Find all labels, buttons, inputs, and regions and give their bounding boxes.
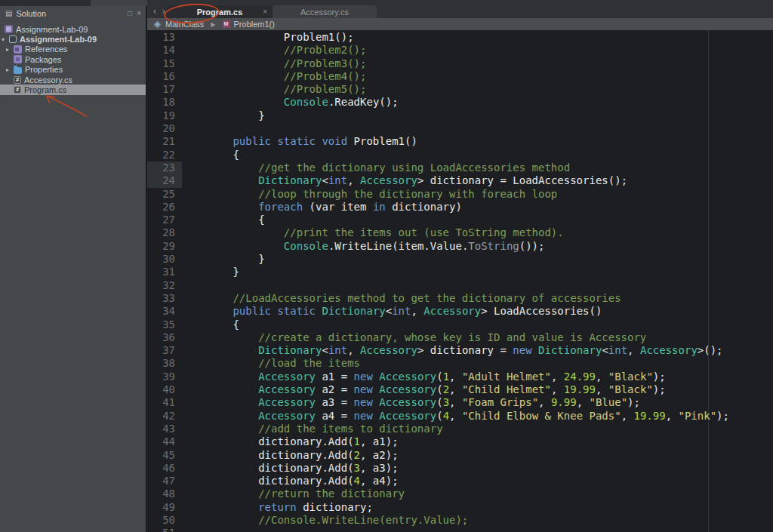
line-number[interactable]: 18 [147,96,182,109]
code-line[interactable]: 13 Problem1(); [147,31,773,44]
code-line[interactable]: 30 } [147,253,773,266]
tree-item-assignment-lab-09[interactable]: Assignment-Lab-09 [0,24,146,34]
code-line[interactable]: 22 { [147,149,773,161]
nav-back-button[interactable]: ‹ [150,6,159,17]
line-number[interactable]: 50 [147,514,182,527]
code-line[interactable]: 25 //loop through the dictionary with fo… [147,188,773,201]
breadcrumb-method[interactable]: Problem1() [234,20,275,29]
code-line[interactable]: 31 } [147,266,773,278]
line-number[interactable]: 34 [147,305,182,318]
line-number[interactable]: 26 [147,201,182,214]
code-line[interactable]: 15 //Problem3(); [147,57,773,70]
line-number[interactable]: 21 [147,135,182,148]
line-number[interactable]: 40 [147,383,182,396]
line-number[interactable]: 38 [147,357,182,370]
line-number[interactable]: 32 [147,279,182,292]
code-line[interactable]: 44 dictionary.Add(1, a1); [147,435,773,448]
expander-down-icon[interactable]: ▾ [2,35,9,45]
line-number[interactable]: 14 [147,44,182,57]
code-line[interactable]: 17 //Problem5(); [147,83,773,96]
code-line[interactable]: 19 } [147,109,773,122]
tree-item-references[interactable]: ▸References [0,45,146,54]
panel-title: Solution [16,9,123,18]
line-number[interactable]: 35 [147,318,182,331]
code-line[interactable]: 18 Console.ReadKey(); [147,96,773,109]
line-number[interactable]: 17 [147,83,182,96]
code-line[interactable]: 23 //get the dictionary using LoadAccess… [147,161,773,174]
code-line[interactable]: 36 //create a dictionary, whose key is I… [147,331,773,344]
code-line[interactable]: 38 //load the items [147,357,773,370]
line-number[interactable]: 28 [147,226,182,239]
line-number[interactable]: 16 [147,70,182,83]
code-line[interactable]: 20 [147,122,773,135]
code-line[interactable]: 40 Accessory a2 = new Accessory(2, "Chil… [147,383,773,396]
line-number[interactable]: 29 [147,240,182,253]
code-line[interactable]: 21 public static void Problem1() [147,135,773,148]
code-line[interactable]: 14 //Problem2(); [147,44,773,57]
code-line[interactable]: 37 Dictionary<int, Accessory> dictionary… [147,344,773,357]
line-number[interactable]: 23 [147,161,182,174]
panel-dock-button[interactable]: □ [128,9,132,17]
line-number[interactable]: 24 [147,174,182,187]
line-number[interactable]: 41 [147,396,182,409]
breadcrumb-class[interactable]: MainClass [165,20,204,29]
code-line[interactable]: 39 Accessory a1 = new Accessory(1, "Adul… [147,371,773,383]
tree-item-packages[interactable]: Packages [0,54,146,64]
code-line[interactable]: 27 { [147,214,773,226]
line-number[interactable]: 19 [147,109,182,122]
line-number[interactable]: 44 [147,435,182,448]
code-line[interactable]: 28 //print the items out (use ToString m… [147,226,773,239]
line-number[interactable]: 30 [147,253,182,266]
code-line[interactable]: 24 Dictionary<int, Accessory> dictionary… [147,174,773,187]
line-number[interactable]: 39 [147,371,182,383]
line-number[interactable]: 46 [147,462,182,475]
line-number[interactable]: 27 [147,214,182,226]
code-line[interactable]: 49 return dictionary; [147,501,773,514]
code-line[interactable]: 50 //Console.WriteLine(entry.Value); [147,514,773,527]
line-number[interactable]: 42 [147,410,182,423]
tree-item-program-cs[interactable]: Program.cs [0,85,146,94]
code-line[interactable]: 34 public static Dictionary<int, Accesso… [147,305,773,318]
tree-item-assignment-lab-09[interactable]: ▾Assignment-Lab-09 [0,34,146,44]
code-text: public static Dictionary<int, Accessory>… [182,305,602,318]
code-line[interactable]: 47 dictionary.Add(4, a4); [147,475,773,487]
line-number[interactable]: 45 [147,449,182,462]
code-line[interactable]: 42 Accessory a4 = new Accessory(4, "Chil… [147,410,773,423]
code-line[interactable]: 51 [147,527,773,532]
tab-close-icon[interactable]: × [263,8,267,16]
line-number[interactable]: 25 [147,188,182,201]
panel-close-button[interactable]: × [137,9,141,17]
code-line[interactable]: 29 Console.WriteLine(item.Value.ToString… [147,240,773,253]
code-line[interactable]: 45 dictionary.Add(2, a2); [147,449,773,462]
line-number[interactable]: 20 [147,122,182,135]
code-line[interactable]: 16 //Problem4(); [147,70,773,83]
line-number[interactable]: 31 [147,266,182,278]
line-number[interactable]: 15 [147,57,182,70]
tree-item-properties[interactable]: ▸Properties [0,65,146,75]
code-line[interactable]: 33 //LoadAccessories method to get the d… [147,292,773,305]
tab-accessory-cs[interactable]: Accessory.cs [273,5,377,18]
line-number[interactable]: 48 [147,487,182,500]
code-line[interactable]: 46 dictionary.Add(3, a3); [147,462,773,475]
line-number[interactable]: 37 [147,344,182,357]
line-number[interactable]: 36 [147,331,182,344]
line-number[interactable]: 33 [147,292,182,305]
code-line[interactable]: 48 //return the dictionary [147,487,773,500]
code-line[interactable]: 35 { [147,318,773,331]
line-number[interactable]: 49 [147,501,182,514]
line-number[interactable]: 22 [147,149,182,161]
line-number[interactable]: 51 [147,527,182,532]
tab-label: Program.cs [197,8,243,17]
line-number[interactable]: 47 [147,475,182,487]
line-number[interactable]: 43 [147,423,182,435]
expander-right-icon[interactable]: ▸ [6,45,14,54]
line-number[interactable]: 13 [147,31,182,44]
code-line[interactable]: 26 foreach (var item in dictionary) [147,201,773,214]
code-editor[interactable]: 13 Problem1();14 //Problem2();15 //Probl… [147,30,773,532]
tab-program-cs[interactable]: Program.cs× [167,5,273,18]
code-line[interactable]: 43 //add the items to dictionary [147,423,773,435]
tree-item-accessory-cs[interactable]: Accessory.cs [0,75,146,85]
expander-right-icon[interactable]: ▸ [6,65,14,75]
code-line[interactable]: 32 [147,279,773,292]
code-line[interactable]: 41 Accessory a3 = new Accessory(3, "Foam… [147,396,773,409]
